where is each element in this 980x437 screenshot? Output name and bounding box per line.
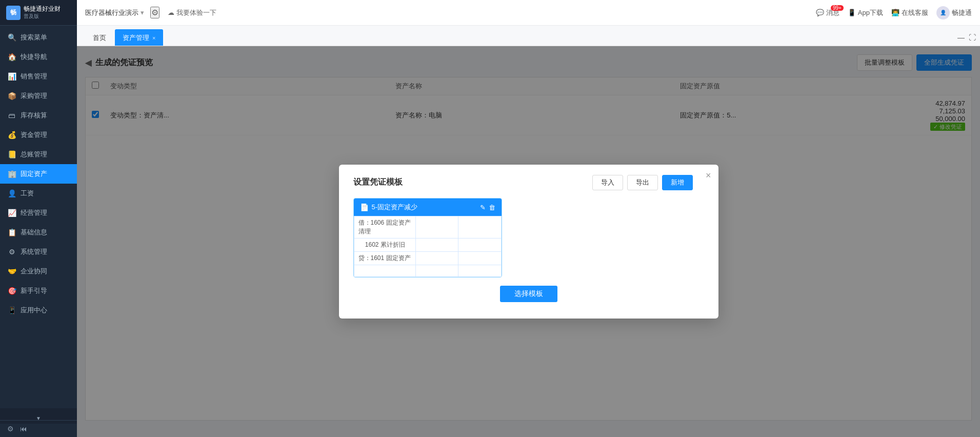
sidebar-label-payroll: 工资 [21, 189, 34, 198]
company-selector[interactable]: 医疗器械行业演示 ▾ [85, 8, 144, 17]
template-header-left: 📄 5-固定资产减少 [360, 203, 418, 212]
sidebar-nav: 🔍 搜索菜单 🏠 快捷导航 📊 销售管理 📦 采购管理 🗃 库存核算 💰 资金管… [0, 26, 77, 412]
sidebar-item-ledger[interactable]: 📒 总账管理 [0, 145, 77, 164]
template-row-2: 1602 累计折旧 [354, 239, 501, 252]
messages-badge: 99+ [831, 5, 844, 11]
corp-collab-icon: 🤝 [7, 267, 16, 276]
sidebar-label-system: 系统管理 [21, 247, 47, 256]
sidebar: 畅 畅捷通好业财 普及版 🔍 搜索菜单 🏠 快捷导航 📊 销售管理 📦 采购管理… [0, 0, 77, 437]
logo-icon: 畅 [6, 6, 21, 20]
online-service-icon: 👨‍💻 [891, 9, 899, 16]
tab-asset-mgmt[interactable]: 资产管理 × [115, 29, 163, 46]
sidebar-label-sales: 销售管理 [21, 72, 47, 81]
sidebar-label-base-info: 基础信息 [21, 228, 47, 237]
app-download-icon: 📱 [848, 9, 856, 16]
sidebar-label-corp-collab: 企业协同 [21, 267, 47, 276]
sidebar-item-app-center[interactable]: 📱 应用中心 [0, 301, 77, 320]
purchase-icon: 📦 [7, 91, 16, 101]
template-delete-icon[interactable]: 🗑 [489, 204, 495, 211]
template-row-4-col3 [458, 265, 502, 277]
template-row-3: 贷：1601 固定资产 [354, 252, 501, 265]
template-card: 📄 5-固定资产减少 ✎ 🗑 借：1606 固定资产清理 [353, 198, 502, 277]
sidebar-label-fixed-assets: 固定资产 [21, 169, 47, 178]
inventory-icon: 🗃 [7, 111, 16, 120]
guide-icon: 🎯 [7, 286, 16, 295]
template-name: 5-固定资产减少 [372, 203, 418, 212]
dialog-close-button[interactable]: × [706, 171, 711, 180]
template-row-1-label: 借：1606 固定资产清理 [354, 216, 415, 239]
avatar: 👤 [936, 6, 950, 19]
messages-button[interactable]: 💬 消息 99+ [816, 8, 839, 17]
template-row-1-col3 [458, 216, 502, 239]
sidebar-item-system[interactable]: ⚙ 系统管理 [0, 242, 77, 262]
tabs-bar: 首页 资产管理 × — ⛶ [77, 26, 980, 46]
sidebar-label-search: 搜索菜单 [21, 33, 47, 42]
sidebar-item-corp-collab[interactable]: 🤝 企业协同 [0, 262, 77, 281]
template-row-4 [354, 265, 501, 277]
sidebar-label-finance: 资金管理 [21, 130, 47, 140]
template-table: 借：1606 固定资产清理 1602 累计折旧 贷：1601 固定资产 [354, 216, 502, 277]
new-template-button[interactable]: 新增 [662, 175, 693, 190]
set-template-dialog: 设置凭证模板 导入 导出 新增 × 📄 5-固定资产减少 ✎ [339, 165, 718, 319]
template-row-4-label [354, 265, 415, 277]
topbar-settings-button[interactable]: ⚙ [150, 7, 159, 18]
topbar: 医疗器械行业演示 ▾ ⚙ ☁ 我要体验一下 💬 消息 99+ 📱 App下载 👨… [77, 0, 980, 26]
sidebar-item-operations[interactable]: 📈 经营管理 [0, 203, 77, 223]
message-icon: 💬 [816, 9, 824, 16]
experience-label: 我要体验一下 [176, 8, 216, 17]
online-service-button[interactable]: 👨‍💻 在线客服 [891, 8, 928, 17]
sidebar-item-search[interactable]: 🔍 搜索菜单 [0, 28, 77, 47]
sidebar-item-quick-nav[interactable]: 🏠 快捷导航 [0, 47, 77, 67]
collapse-button[interactable]: ⏮ [20, 425, 27, 433]
sidebar-label-guide: 新手引导 [21, 286, 47, 295]
payroll-icon: 👤 [7, 189, 16, 198]
export-button[interactable]: 导出 [627, 175, 658, 190]
tab-actions: — ⛶ [953, 29, 980, 46]
template-row-3-col3 [458, 252, 502, 265]
template-row-2-label: 1602 累计折旧 [354, 239, 415, 252]
template-row-3-col2 [415, 252, 458, 265]
operations-icon: 📈 [7, 208, 16, 217]
sidebar-item-payroll[interactable]: 👤 工资 [0, 184, 77, 203]
template-header-actions: ✎ 🗑 [480, 204, 495, 211]
company-name: 医疗器械行业演示 [85, 8, 138, 17]
sidebar-item-sales[interactable]: 📊 销售管理 [0, 67, 77, 86]
app-download-button[interactable]: 📱 App下载 [848, 8, 883, 17]
dialog-toolbar: 导入 导出 新增 [592, 175, 693, 190]
sidebar-label-purchase: 采购管理 [21, 91, 47, 101]
tab-close-icon[interactable]: × [152, 35, 155, 41]
template-card-header: 📄 5-固定资产减少 ✎ 🗑 [354, 198, 502, 216]
app-center-icon: 📱 [7, 306, 16, 315]
main-area: 医疗器械行业演示 ▾ ⚙ ☁ 我要体验一下 💬 消息 99+ 📱 App下载 👨… [77, 0, 980, 437]
sales-icon: 📊 [7, 72, 16, 81]
sidebar-item-finance[interactable]: 💰 资金管理 [0, 125, 77, 145]
sidebar-label-app-center: 应用中心 [21, 306, 47, 315]
sidebar-label-inventory: 库存核算 [21, 111, 47, 120]
sidebar-item-purchase[interactable]: 📦 采购管理 [0, 86, 77, 106]
template-row-2-col3 [458, 239, 502, 252]
template-row-4-col2 [415, 265, 458, 277]
select-template-button[interactable]: 选择模板 [500, 286, 557, 302]
sidebar-item-inventory[interactable]: 🗃 库存核算 [0, 106, 77, 125]
user-profile-button[interactable]: 👤 畅捷通 [936, 6, 972, 19]
tab-home[interactable]: 首页 [85, 29, 114, 46]
import-button[interactable]: 导入 [592, 175, 623, 190]
template-row-3-label: 贷：1601 固定资产 [354, 252, 415, 265]
template-edit-icon[interactable]: ✎ [480, 204, 486, 211]
finance-icon: 💰 [7, 130, 16, 140]
sidebar-item-fixed-assets[interactable]: 🏢 固定资产 [0, 164, 77, 184]
logo-title: 畅捷通好业财 [24, 5, 61, 13]
tab-expand-button[interactable]: ⛶ [969, 29, 976, 46]
experience-button[interactable]: ☁ 我要体验一下 [168, 8, 216, 17]
sidebar-item-guide[interactable]: 🎯 新手引导 [0, 281, 77, 301]
tab-minimize-button[interactable]: — [957, 29, 965, 46]
experience-icon: ☁ [168, 9, 174, 16]
username-label: 畅捷通 [952, 8, 972, 17]
settings-button[interactable]: ⚙ [7, 425, 14, 433]
online-service-label: 在线客服 [902, 8, 928, 17]
app-logo: 畅 畅捷通好业财 普及版 [0, 0, 77, 26]
sidebar-label-ledger: 总账管理 [21, 150, 47, 159]
ledger-icon: 📒 [7, 150, 16, 159]
logo-sub: 普及版 [24, 13, 61, 20]
sidebar-item-base-info[interactable]: 📋 基础信息 [0, 223, 77, 242]
